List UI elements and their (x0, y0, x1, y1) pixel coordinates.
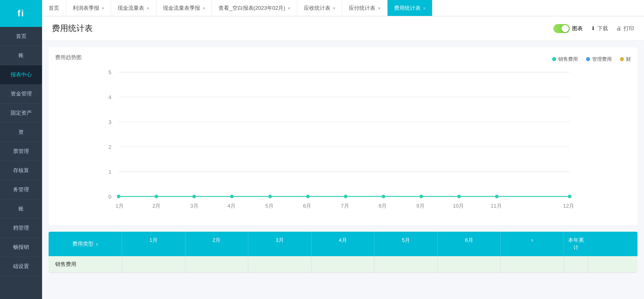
svg-point-13 (155, 195, 158, 198)
th-ytd: 本年累计 (564, 232, 588, 256)
sidebar-item-assets2[interactable]: 资 (0, 123, 42, 142)
svg-text:4: 4 (108, 94, 111, 100)
svg-text:7月: 7月 (341, 203, 349, 209)
td-m6 (438, 256, 501, 272)
tab-cashflow-quarter-label: 现金流量表季报 (163, 4, 200, 12)
td-m2 (185, 256, 249, 272)
svg-text:3月: 3月 (190, 203, 198, 209)
tab-home[interactable]: 首页 (42, 0, 66, 16)
sidebar-item-expense[interactable]: 畅报销 (0, 238, 42, 257)
svg-text:2月: 2月 (152, 203, 160, 209)
print-icon: 🖨 (616, 25, 622, 31)
legend-finance-label: 财 (626, 56, 631, 63)
sidebar-item-basic-settings[interactable]: 础设置 (0, 257, 42, 276)
tab-blank-report-label: 查看_空白报表(2023年02月) (218, 4, 285, 12)
svg-text:9月: 9月 (417, 203, 425, 209)
svg-text:1: 1 (108, 169, 111, 175)
svg-point-19 (382, 195, 386, 198)
sidebar-item-fund-mgmt[interactable]: 资金管理 (0, 84, 42, 104)
table-header: 费用类型 ‹ 1月 2月 3月 4月 5月 6月 › 本年累计 (49, 232, 637, 256)
tab-profit-quarter[interactable]: 利润表季报 × (66, 0, 111, 16)
tab-payable-label: 应付统计表 (349, 4, 375, 12)
sidebar-item-ticket-mgmt[interactable]: 票管理 (0, 142, 42, 161)
svg-point-21 (457, 195, 461, 198)
th-type-label: 费用类型 (72, 240, 94, 248)
td-arrow-spacer (501, 256, 564, 272)
tab-blank-report[interactable]: 查看_空白报表(2023年02月) × (212, 0, 297, 16)
chart-legend: 销售费用 管理费用 财 (552, 56, 631, 63)
svg-point-22 (495, 195, 499, 198)
chart-area: 费用趋势图 销售费用 管理费用 财 (49, 47, 637, 225)
svg-point-18 (344, 195, 348, 198)
sidebar-item-inventory[interactable]: 存核算 (0, 161, 42, 180)
svg-point-16 (268, 195, 272, 198)
print-button[interactable]: 🖨 打印 (616, 25, 634, 32)
tab-cashflow-quarter[interactable]: 现金流量表季报 × (156, 0, 212, 16)
th-month-5: 5月 (374, 232, 438, 256)
sidebar-item-service-mgmt[interactable]: 务管理 (0, 180, 42, 199)
legend-finance-dot (620, 57, 624, 61)
page-header: 费用统计表 图表 ⬇ 下载 🖨 打印 (42, 16, 644, 41)
td-type: 销售费用 (49, 256, 122, 272)
sidebar-item-account[interactable]: 账 (0, 46, 42, 65)
tab-payable[interactable]: 应付统计表 × (342, 0, 387, 16)
sidebar-item-fixed-assets[interactable]: 固定资产 (0, 104, 42, 123)
tab-receivable-label: 应收统计表 (304, 4, 330, 12)
th-type: 费用类型 ‹ (49, 232, 122, 256)
next-arrow-cell[interactable]: › (501, 232, 564, 256)
page-title: 费用统计表 (52, 23, 93, 34)
print-label: 打印 (624, 25, 634, 32)
tab-cashflow-label: 现金流量表 (118, 4, 144, 12)
download-button[interactable]: ⬇ 下载 (591, 25, 608, 32)
tab-profit-quarter-close[interactable]: × (102, 6, 104, 11)
tab-cashflow-quarter-close[interactable]: × (203, 6, 205, 11)
legend-admin-label: 管理费用 (592, 56, 612, 63)
tab-payable-close[interactable]: × (378, 6, 380, 11)
chart-title: 费用趋势图 (55, 54, 82, 61)
tab-receivable[interactable]: 应收统计表 × (297, 0, 342, 16)
svg-point-20 (419, 195, 423, 198)
legend-sales-dot (552, 57, 556, 61)
td-ytd (564, 256, 588, 272)
legend-admin: 管理费用 (586, 56, 612, 63)
tab-blank-report-close[interactable]: × (288, 6, 290, 11)
svg-text:1月: 1月 (116, 203, 124, 209)
next-arrow[interactable]: › (531, 237, 533, 243)
chart-container: 0 1 2 3 4 5 (55, 68, 631, 219)
tab-expense-close[interactable]: × (423, 6, 426, 11)
svg-point-12 (117, 195, 120, 198)
tab-expense[interactable]: 费用统计表 × (388, 0, 432, 16)
svg-text:4月: 4月 (227, 203, 236, 209)
tab-cashflow-close[interactable]: × (147, 6, 149, 11)
header-actions: 图表 ⬇ 下载 🖨 打印 (553, 24, 634, 33)
td-m4 (312, 256, 375, 272)
tab-receivable-close[interactable]: × (333, 6, 335, 11)
td-m5 (374, 256, 438, 272)
legend-admin-dot (586, 57, 590, 61)
th-month-3: 3月 (248, 232, 312, 256)
page-content: 费用统计表 图表 ⬇ 下载 🖨 打印 费用趋势图 (42, 16, 644, 299)
tab-expense-label: 费用统计表 (394, 4, 421, 12)
chart-header: 费用趋势图 销售费用 管理费用 财 (55, 54, 631, 64)
legend-sales: 销售费用 (552, 56, 578, 63)
td-m3 (248, 256, 312, 272)
tab-profit-quarter-label: 利润表季报 (73, 4, 99, 12)
svg-text:10月: 10月 (453, 203, 464, 209)
svg-text:5月: 5月 (265, 203, 274, 209)
download-icon: ⬇ (591, 25, 595, 31)
prev-arrow[interactable]: ‹ (96, 241, 98, 247)
svg-point-14 (192, 195, 196, 198)
tab-cashflow[interactable]: 现金流量表 × (111, 0, 156, 16)
th-month-2: 2月 (185, 232, 249, 256)
th-month-1: 1月 (122, 232, 185, 256)
sidebar-item-report-center[interactable]: 报表中心 (0, 65, 42, 84)
svg-text:5: 5 (108, 69, 111, 75)
svg-text:8月: 8月 (379, 203, 387, 209)
sidebar-item-ledger[interactable]: 账 (0, 199, 42, 219)
svg-point-15 (230, 195, 234, 198)
sidebar-item-home[interactable]: 首页 (0, 27, 42, 46)
td-m1 (122, 256, 185, 272)
sidebar-item-file-mgmt[interactable]: 档管理 (0, 219, 42, 238)
tab-home-label: 首页 (49, 4, 59, 12)
chart-toggle[interactable] (553, 24, 570, 33)
